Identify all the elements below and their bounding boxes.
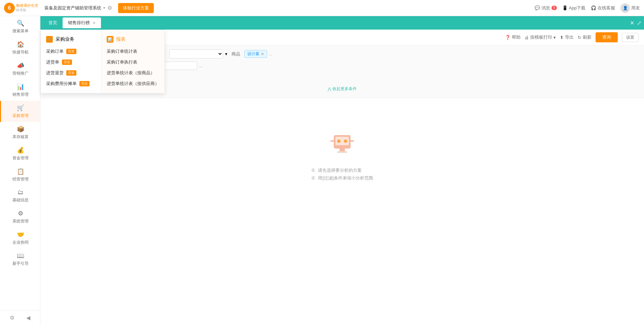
tab-home[interactable]: 首页 [43,17,63,28]
bill-status-select[interactable] [169,49,223,58]
dropdown-item-goods-return[interactable]: 进货退货 历史 [41,68,101,78]
salesman-more[interactable]: ... [199,64,203,68]
dropdown-item-order-stats[interactable]: 采购订单统计表 [101,46,165,57]
sidebar-item-inventory[interactable]: 📦 库存核算 [0,122,40,143]
trial-button[interactable]: 体验行业方案 [118,3,154,13]
print-label: 按模板打印 [530,34,552,40]
tab-maximize-icon[interactable]: ⤢ [637,20,641,26]
sidebar-item-basic-info[interactable]: 🗂 基础信息 [0,186,40,206]
dropdown-item-receipt-stats-goods[interactable]: 进货单统计表（按商品） [101,68,165,78]
logo-area: 6 畅捷通好生意 标准版 [4,3,44,13]
topbar-settings-icon[interactable]: ⚙ [107,5,112,11]
purchase-header-icon: 🛒 [46,36,53,43]
collapse-label: 收起更多条件 [332,86,357,92]
online-service-label: 在线客服 [598,5,615,11]
reports-header-label: 报表 [116,36,126,42]
sidebar-label-marketing: 营销推广 [12,71,29,76]
sidebar-bottom: ⚙ ◀ [0,310,40,325]
sidebar-label-finance: 资金管理 [12,155,29,161]
sidebar-label-sales: 销售管理 [12,92,29,97]
goods-tag-close[interactable]: ✕ [261,52,264,56]
export-icon: ⬆ [560,35,564,40]
system-icon: ⚙ [18,210,23,217]
sidebar-item-purchase[interactable]: 🛒 采购管理 [0,101,40,122]
marketing-icon: 📣 [17,62,24,69]
online-service-item[interactable]: 🎧 在线客服 [591,5,615,11]
purchase-expense-label: 采购费用分摊单 [46,81,77,87]
sidebar-item-quick-nav[interactable]: 🏠 快捷导航 [0,37,40,58]
empty-state: ①请先选择要分析的方案 ②用[过滤]条件来缩小分析范围 [40,98,644,209]
sidebar-item-search[interactable]: 🔍 搜索菜单 [0,16,40,37]
tab-sales-rank[interactable]: 销售排行榜 ✕ [63,17,101,28]
sidebar-item-operations[interactable]: 📋 经营管理 [0,164,40,186]
sidebar-label-basic-info: 基础信息 [12,197,29,203]
history-badge-0: 历史 [66,49,76,54]
purchase-order-label: 采购订单 [46,48,64,54]
dropdown-purchase-header: 🛒 采购业务 [41,34,101,46]
dropdown-item-order-exec[interactable]: 采购订单执行表 [101,57,165,68]
logo-icon: 6 [4,3,15,13]
dropdown-item-goods-receipt[interactable]: 进货单 历史 [41,57,101,68]
export-label: 导出 [565,34,574,40]
order-exec-label: 采购订单执行表 [107,59,137,65]
sidebar-collapse-icon[interactable]: ◀ [26,315,30,321]
enterprise-icon: 🤝 [17,231,24,238]
dropdown-item-purchase-expense[interactable]: 采购费用分摊单 历史 [41,78,101,89]
dropdown-item-receipt-stats-supplier[interactable]: 进货单统计表（按供应商） [101,78,165,89]
sidebar-label-inventory: 库存核算 [12,134,29,140]
settings-button[interactable]: 设置 [622,33,639,42]
sidebar-settings-icon[interactable]: ⚙ [10,315,14,321]
headset-icon: 🎧 [591,5,596,10]
history-badge-1: 历史 [62,59,72,65]
receipt-stats-supplier-label: 进货单统计表（按供应商） [107,81,159,87]
empty-tip-1: 请先选择要分析的方案 [318,168,362,173]
sidebar-item-enterprise[interactable]: 🤝 企业协同 [0,228,40,249]
print-arrow-icon: ▾ [553,35,556,40]
sidebar-label-quick-nav: 快捷导航 [12,49,29,55]
refresh-button[interactable]: ↻ 刷新 [578,34,592,40]
query-button[interactable]: 查询 [596,32,618,42]
system-title-text: 装备及固定资产辅助管理系统 [44,5,101,11]
sidebar-item-guide[interactable]: 📖 新手引导 [0,249,40,270]
topbar-right: 💬 消息 9 📱 App下载 🎧 在线客服 👤 用友 [535,3,640,13]
sidebar-item-sales[interactable]: 📊 销售管理 [0,80,40,101]
refresh-label: 刷新 [583,34,592,40]
topbar: 6 畅捷通好生意 标准版 装备及固定资产辅助管理系统 ▾ ⚙ 体验行业方案 💬 … [0,0,644,16]
print-icon: 🖨 [525,35,529,40]
message-badge: 9 [551,6,557,10]
message-item[interactable]: 💬 消息 9 [535,5,557,11]
app-download-item[interactable]: 📱 App下载 [562,5,585,11]
empty-tip-2: 用[过滤]条件来缩小分析范围 [318,175,373,180]
purchase-icon: 🛒 [17,104,24,112]
sidebar-item-marketing[interactable]: 📣 营销推广 [0,58,40,80]
user-label: 用友 [631,5,640,11]
empty-tips: ①请先选择要分析的方案 ②用[过滤]条件来缩小分析范围 [311,166,373,182]
tab-sales-rank-label: 销售排行榜 [68,20,90,26]
system-title: 装备及固定资产辅助管理系统 ▾ ⚙ 体验行业方案 [44,3,535,13]
sidebar-label-guide: 新手引导 [12,261,29,267]
svg-point-3 [344,139,347,143]
sidebar-item-finance[interactable]: 💰 资金管理 [0,143,40,164]
goods-label: 商品 [231,51,240,57]
svg-rect-4 [339,149,345,151]
finance-icon: 💰 [17,147,24,154]
goods-more[interactable]: ... [269,52,273,56]
user-item[interactable]: 👤 用友 [620,3,640,13]
dropdown-item-purchase-order[interactable]: 采购订单 历史 [41,46,101,57]
tab-close-window-icon[interactable]: ✕ [630,20,634,26]
help-button[interactable]: ❓ 帮助 [505,34,521,40]
tab-close-icon[interactable]: ✕ [93,21,96,25]
goods-receipt-label: 进货单 [46,59,59,65]
tab-controls: ✕ ⤢ [630,20,641,26]
print-button[interactable]: 🖨 按模板打印 ▾ [525,34,556,40]
inventory-icon: 📦 [17,125,24,133]
home-icon: 🏠 [17,41,24,48]
export-button[interactable]: ⬆ 导出 [560,34,574,40]
dropdown-purchase-col: 🛒 采购业务 采购订单 历史 进货单 历史 进货退货 历史 采购费用分摊单 历史 [41,30,101,93]
title-arrow-icon[interactable]: ▾ [103,6,105,10]
svg-rect-5 [337,151,347,153]
dropdown-menu: 🛒 采购业务 采购订单 历史 进货单 历史 进货退货 历史 采购费用分摊单 历史… [40,30,165,93]
sidebar-item-system[interactable]: ⚙ 系统管理 [0,206,40,228]
sidebar-label-system: 系统管理 [12,218,29,224]
goods-tag-text: 设计素 [247,51,259,57]
